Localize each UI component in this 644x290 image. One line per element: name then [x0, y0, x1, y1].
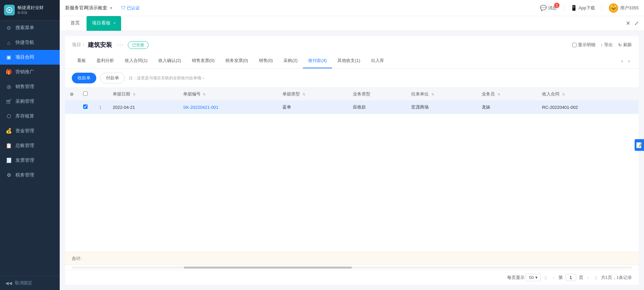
export-icon: ↑ [601, 43, 603, 48]
sidebar-item-purchase[interactable]: 🛒 采购管理 [0, 94, 60, 109]
sort-partner-icon: ⇅ [431, 92, 434, 96]
app-download-label: App下载 [579, 5, 595, 11]
window-controls: ✕ ⤢ [626, 20, 639, 26]
message-button[interactable]: 💬 消息 1 [540, 5, 557, 11]
column-type[interactable]: 单据类型 ⇅ [278, 88, 349, 101]
sidebar-item-inventory[interactable]: ⬡ 库存核算 [0, 109, 60, 124]
per-page-select[interactable]: 50 ▾ [526, 274, 540, 281]
row-number-0[interactable]: SK-20220421-001 [179, 101, 279, 114]
sidebar-footer-unpin[interactable]: ◀◀ 取消固定 [0, 276, 60, 290]
records-table: ⚙ 单据日期 ⇅ 单据编号 ⇅ [65, 88, 639, 114]
column-number-label: 单据编号 [183, 91, 201, 96]
svg-point-1 [8, 9, 10, 11]
next-page-button[interactable]: › [586, 274, 590, 281]
subtab-sales-invoice[interactable]: 销售发票(0) [186, 54, 220, 68]
prev-page-button[interactable]: ‹ [551, 274, 556, 281]
receipt-filter-button[interactable]: 收款单 [72, 73, 96, 83]
table-container: ⚙ 单据日期 ⇅ 单据编号 ⇅ [65, 88, 639, 252]
topbar-right: 💬 消息 1 📱 App下载 🐱 用户3355 [540, 3, 639, 13]
sidebar-item-search[interactable]: ⊙ 搜索菜单 [0, 20, 60, 35]
sub-content-card: 看板盈利分析收入合同(1)收入确认(2)销售发票(0)税务发票(0)销售(0)采… [65, 54, 639, 285]
app-logo [4, 5, 15, 15]
row-date-0: 2022-04-21 [109, 101, 179, 114]
sidebar-item-sales[interactable]: ◎ 销售管理 [0, 79, 60, 94]
sidebar-item-marketing[interactable]: 🎁 营销推广 [0, 65, 60, 79]
subtab-purchase[interactable]: 采购(2) [278, 54, 303, 68]
subtab-collection[interactable]: 收付款(4) [303, 54, 332, 68]
sidebar-nav: ⊙ 搜索菜单 ⌂ 快捷导航 ▣ 项目合同 🎁 营销推广 ◎ 销售管理 🛒 采购管… [0, 20, 60, 276]
account-chevron-icon: ▼ [109, 6, 113, 10]
horizontal-scrollbar[interactable] [65, 265, 639, 270]
row-salesman-0: 龙妹 [478, 101, 538, 114]
column-income-contract[interactable]: 收入合同 ⇅ [538, 88, 639, 101]
subtab-income-contract[interactable]: 收入合同(1) [119, 54, 153, 68]
maximize-window-button[interactable]: ⤢ [634, 20, 639, 26]
account-selector[interactable]: 新服务官网演示账套 ▼ [65, 5, 113, 11]
subtab-inout[interactable]: 出入库 [366, 54, 389, 68]
sidebar-item-quicknav[interactable]: ⌂ 快捷导航 [0, 35, 60, 50]
page-size-selector: 每页显示 50 ▾ [507, 274, 540, 281]
pagination: 每页显示 50 ▾ |‹ ‹ 第 页 › ›| 共1页，1条记录 [65, 270, 639, 285]
column-checkbox[interactable] [78, 88, 92, 101]
column-gear[interactable]: ⚙ [65, 88, 78, 101]
sidebar-item-ledger[interactable]: 📋 总账管理 [0, 138, 60, 153]
tab-project-board-label: 项目看板 [92, 20, 111, 26]
subtab-other-income[interactable]: 其他收支(1) [332, 54, 366, 68]
subtab-prev-icon[interactable]: ‹ [620, 57, 625, 65]
tab-home[interactable]: 首页 [65, 16, 85, 31]
topbar-divider [564, 5, 564, 11]
shield-icon: 🛡 [121, 5, 125, 10]
subtab-next-icon[interactable]: › [626, 57, 632, 65]
verified-text: 已认证 [127, 5, 140, 11]
sort-salesman-icon: ⇅ [497, 92, 500, 96]
sort-date-icon: ⇅ [133, 92, 136, 96]
show-detail-input[interactable] [572, 43, 577, 47]
page-suffix: 页 [579, 275, 583, 281]
column-biz-type: 业务类型 [349, 88, 407, 101]
subtab-tax-invoice[interactable]: 税务发票(0) [220, 54, 254, 68]
sidebar-label-purchase: 采购管理 [15, 98, 34, 104]
message-badge: 1 [554, 3, 559, 8]
close-window-button[interactable]: ✕ [626, 20, 630, 26]
tab-close-icon[interactable]: × [113, 21, 116, 25]
subtab-income-confirm[interactable]: 收入确认(2) [153, 54, 186, 68]
column-type-label: 单据类型 [282, 91, 300, 96]
column-partner[interactable]: 往来单位 ⇅ [407, 88, 478, 101]
sidebar-item-tax[interactable]: ⚙ 税务管理 [0, 168, 60, 183]
scrollbar-thumb[interactable] [184, 267, 352, 269]
column-salesman[interactable]: 业务员 ⇅ [478, 88, 538, 101]
table-row: 1 2022-04-21 SK-20220421-001 蓝单 应收款 宏茂商场… [65, 101, 639, 114]
refresh-button[interactable]: ↻ 刷新 [618, 42, 632, 48]
subtab-sales[interactable]: 销售(0) [254, 54, 278, 68]
side-note-button[interactable]: 📝 [635, 139, 644, 151]
project-more-button[interactable]: ··· [117, 42, 124, 48]
page-input[interactable] [566, 274, 576, 281]
user-menu[interactable]: 🐱 用户3355 [609, 3, 639, 13]
column-number[interactable]: 单据编号 ⇅ [179, 88, 279, 101]
first-page-button[interactable]: |‹ [543, 274, 549, 281]
subtab-board[interactable]: 看板 [72, 54, 91, 68]
export-button[interactable]: ↑ 导出 [601, 42, 613, 48]
tab-project-board[interactable]: 项目看板 × [87, 16, 121, 31]
sidebar-icon-quicknav: ⌂ [5, 39, 12, 46]
project-title: 建筑安装 [88, 41, 112, 49]
project-status-badge: 已生效 [128, 41, 149, 49]
sidebar-icon-tax: ⚙ [5, 172, 12, 178]
topbar: 新服务官网演示账套 ▼ 🛡 已认证 💬 消息 1 📱 App下载 � [60, 0, 644, 16]
side-note-icon: 📝 [636, 142, 643, 148]
row-check-0[interactable] [78, 101, 92, 114]
column-date[interactable]: 单据日期 ⇅ [109, 88, 179, 101]
payment-filter-button[interactable]: 付款单 [100, 73, 125, 83]
app-download-button[interactable]: 📱 App下载 [571, 5, 595, 11]
sidebar-item-contracts[interactable]: ▣ 项目合同 [0, 50, 60, 65]
total-label: 合计: [72, 256, 82, 262]
sidebar-item-funds[interactable]: 💰 资金管理 [0, 124, 60, 138]
record-link-0[interactable]: SK-20220421-001 [183, 105, 219, 110]
sidebar-label-funds: 资金管理 [15, 128, 34, 134]
select-all-checkbox[interactable] [83, 91, 88, 96]
subtab-profit[interactable]: 盈利分析 [91, 54, 119, 68]
last-page-button[interactable]: ›| [593, 274, 598, 281]
row-checkbox-0[interactable] [83, 104, 88, 109]
sidebar-item-invoice[interactable]: 🧾 发票管理 [0, 153, 60, 168]
show-detail-checkbox[interactable]: 显示明细 [572, 42, 595, 48]
